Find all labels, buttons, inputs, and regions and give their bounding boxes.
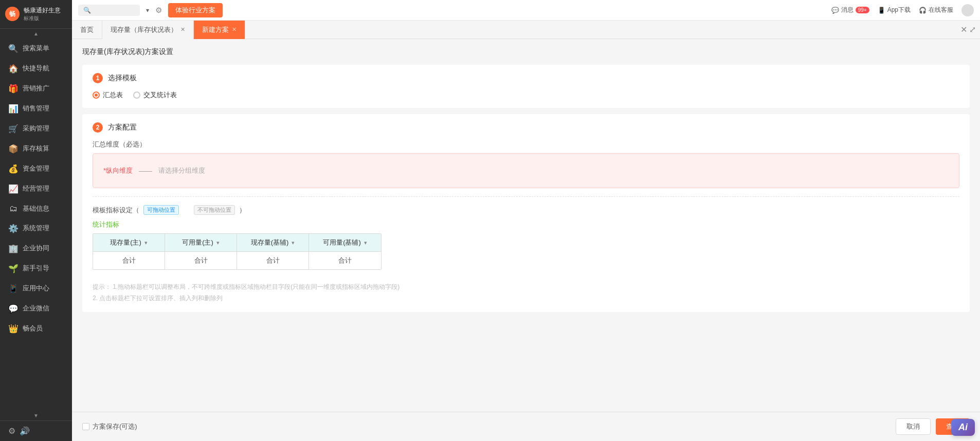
stat-col-body-text-0: 合计: [122, 256, 136, 265]
indicator-settings-label: 模板指标设定（ 可拖动位置 不可拖动位置 ）: [93, 205, 959, 215]
sidebar-item-inventory[interactable]: 📦 库存核算: [0, 139, 72, 159]
logo-icon: 畅: [5, 7, 20, 21]
section2-num: 2: [93, 122, 103, 133]
volume-icon[interactable]: 🔊: [20, 426, 30, 436]
tab-inventory-close[interactable]: ✕: [180, 26, 185, 33]
app-download-label: App下载: [887, 6, 911, 14]
draggable-badge: 可拖动位置: [143, 205, 179, 215]
section-config: 2 方案配置 汇总维度（必选） *纵向维度 —— 请选择分组维度 模板指标设定（…: [82, 114, 970, 312]
save-checkbox[interactable]: 方案保存(可选): [82, 422, 137, 431]
sidebar-item-purchase[interactable]: 🛒 采购管理: [0, 119, 72, 139]
dimension-required-text: *纵向维度: [103, 166, 133, 175]
section-template: 1 选择模板 汇总表 交叉统计表: [82, 65, 970, 108]
tab-new-plan[interactable]: 新建方案 ✕: [194, 21, 245, 39]
sidebar-enterprise-label: 企业协同: [23, 244, 49, 253]
tips-section: 提示： 1.拖动标题栏可以调整布局，不可跨维度或指标区域拖动栏目字段(只能在同一…: [93, 282, 959, 304]
radio-summary[interactable]: 汇总表: [93, 90, 123, 100]
radio-crosstab[interactable]: 交叉统计表: [133, 90, 177, 100]
ai-badge[interactable]: Ai: [951, 419, 975, 436]
stat-table-body: 合计合计合计合计: [93, 252, 381, 269]
stat-col-header-1[interactable]: 可用量(主)▾: [165, 234, 237, 252]
indicator-close-paren: ）: [239, 206, 246, 215]
app-download-item[interactable]: 📱 App下载: [878, 6, 911, 14]
stat-col-body-1: 合计: [165, 252, 237, 269]
topbar-dropdown[interactable]: ▾: [146, 7, 149, 14]
sidebar-item-operations[interactable]: 📈 经营管理: [0, 179, 72, 199]
save-checkbox-box[interactable]: [82, 423, 89, 430]
stat-col-header-2[interactable]: 现存量(基辅)▾: [237, 234, 309, 252]
radio-summary-circle: [93, 91, 100, 99]
sidebar-item-system[interactable]: ⚙️ 系统管理: [0, 218, 72, 238]
stat-col-body-text-1: 合计: [194, 256, 208, 265]
sidebar-item-newbie[interactable]: 🌱 新手引导: [0, 259, 72, 279]
tab-inventory[interactable]: 现存量（库存状况表） ✕: [102, 21, 194, 39]
template-radio-group: 汇总表 交叉统计表: [93, 90, 959, 100]
topbar-search-box[interactable]: 🔍: [78, 5, 140, 16]
radio-crosstab-circle: [133, 91, 140, 99]
message-icon: 💬: [831, 7, 839, 14]
sidebar-scroll-up[interactable]: ▲: [0, 29, 72, 39]
stat-col-header-text-2: 现存量(基辅): [251, 238, 289, 247]
save-label: 方案保存(可选): [93, 422, 137, 431]
newbie-icon: 🌱: [8, 264, 19, 273]
sidebar-system-label: 系统管理: [23, 224, 49, 233]
chevron-down-icon-1: ▾: [216, 240, 220, 246]
dimension-box[interactable]: *纵向维度 —— 请选择分组维度: [93, 153, 959, 188]
sidebar-operations-label: 经营管理: [23, 184, 49, 193]
section1-title: 选择模板: [108, 74, 137, 83]
sidebar-scroll-down[interactable]: ▼: [0, 411, 72, 420]
sidebar-purchase-label: 采购管理: [23, 124, 49, 133]
topbar-dropdown-icon: ▾: [146, 7, 149, 14]
sidebar-item-search[interactable]: 🔍 搜索菜单: [0, 39, 72, 59]
message-item[interactable]: 💬 消息 99+: [831, 6, 869, 14]
content-area: 现存量(库存状况表)方案设置 1 选择模板 汇总表 交叉统计表 2: [72, 39, 980, 412]
sidebar-menu: 🔍 搜索菜单 🏠 快捷导航 🎁 营销推广 📊 销售管理 🛒 采购管理 📦 库存核…: [0, 39, 72, 411]
sidebar-item-apps[interactable]: 📱 应用中心: [0, 279, 72, 299]
sidebar-item-marketing[interactable]: 🎁 营销推广: [0, 79, 72, 99]
close-tab-btn[interactable]: ✕: [960, 25, 967, 34]
dimension-dash: ——: [139, 167, 152, 175]
cancel-button[interactable]: 取消: [896, 418, 931, 435]
user-avatar[interactable]: [961, 4, 974, 16]
sidebar-item-member[interactable]: 👑 畅会员: [0, 319, 72, 339]
chevron-down-icon-3: ▾: [364, 240, 367, 246]
sidebar-item-shortcut[interactable]: 🏠 快捷导航: [0, 59, 72, 79]
sidebar-item-sales[interactable]: 📊 销售管理: [0, 99, 72, 119]
sidebar-item-enterprise[interactable]: 🏢 企业协同: [0, 238, 72, 259]
sidebar-sales-label: 销售管理: [23, 104, 49, 113]
topbar-gear-icon[interactable]: ⚙: [155, 6, 162, 15]
stat-col-header-0[interactable]: 现存量(主)▾: [93, 234, 165, 252]
stat-table: 现存量(主)▾可用量(主)▾现存量(基辅)▾可用量(基辅)▾ 合计合计合计合计: [93, 233, 382, 270]
inventory-icon: 📦: [8, 144, 19, 154]
section1-header: 1 选择模板: [93, 73, 959, 83]
home-icon: 🏠: [8, 64, 19, 74]
dimension-placeholder: 请选择分组维度: [158, 166, 205, 175]
logo-badge: 标准版: [24, 15, 61, 22]
stat-col-header-3[interactable]: 可用量(基辅)▾: [309, 234, 381, 252]
settings-footer-icon[interactable]: ⚙: [8, 426, 15, 436]
wechat-icon: 💬: [8, 304, 19, 314]
stat-col-body-2: 合计: [237, 252, 309, 269]
maximize-tab-btn[interactable]: ⤢: [969, 25, 976, 34]
sidebar-item-wechat[interactable]: 💬 企业微信: [0, 299, 72, 319]
tab-new-plan-close[interactable]: ✕: [232, 26, 237, 33]
finance-icon: 💰: [8, 164, 19, 174]
tab-inventory-label: 现存量（库存状况表）: [111, 25, 177, 34]
topbar-search-icon: 🔍: [83, 7, 91, 14]
bottom-bar: 方案保存(可选) 取消 查询: [72, 412, 980, 441]
sidebar-item-finance[interactable]: 💰 资金管理: [0, 159, 72, 179]
system-icon: ⚙️: [8, 224, 19, 233]
tabs-bar: 首页 现存量（库存状况表） ✕ 新建方案 ✕ ✕ ⤢: [72, 21, 980, 39]
topbar: 🔍 ▾ ⚙ 体验行业方案 💬 消息 99+ 📱 App下载 🎧 在线客服: [72, 0, 980, 21]
tab-new-plan-label: 新建方案: [202, 25, 229, 34]
tip-1: 2. 点击标题栏下拉可设置排序、插入列和删除列: [93, 293, 959, 304]
trial-button[interactable]: 体验行业方案: [168, 3, 223, 17]
online-service-item[interactable]: 🎧 在线客服: [919, 6, 953, 14]
tab-home[interactable]: 首页: [72, 21, 102, 39]
basic-icon: 🗂: [8, 204, 19, 213]
stat-col-header-text-1: 可用量(主): [182, 238, 213, 247]
apps-icon: 📱: [8, 284, 19, 293]
message-badge: 99+: [856, 7, 869, 13]
sidebar-search-label: 搜索菜单: [23, 44, 49, 53]
sidebar-item-basic[interactable]: 🗂 基础信息: [0, 199, 72, 218]
